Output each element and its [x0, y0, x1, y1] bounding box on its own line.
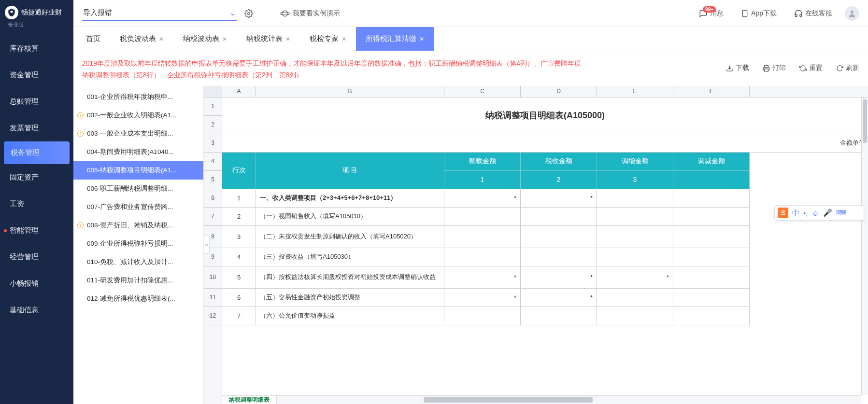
cell[interactable] — [521, 226, 597, 248]
sidebar-item-0[interactable]: 库存核算 — [0, 35, 73, 62]
col-header-A[interactable]: A — [222, 86, 256, 97]
chevron-down-icon[interactable]: ⌄ — [229, 8, 236, 17]
col-header-E[interactable]: E — [597, 86, 673, 97]
cell[interactable]: * — [444, 266, 521, 289]
form-item-7[interactable]: ?008-资产折旧、摊销及纳税... — [73, 216, 203, 235]
sidebar-item-1[interactable]: 资金管理 — [0, 62, 73, 88]
vertical-scrollbar[interactable] — [861, 98, 868, 395]
sidebar-item-8[interactable]: 经营管理 — [0, 244, 73, 270]
row-header-2[interactable]: 2 — [204, 116, 222, 134]
cell[interactable]: （六）公允价值变动净损益 — [256, 307, 444, 325]
app-download-button[interactable]: App下载 — [736, 9, 782, 18]
tab-3[interactable]: 纳税统计表✕ — [237, 27, 300, 51]
cell[interactable] — [597, 307, 673, 325]
sidebar-item-5[interactable]: 固定资产 — [0, 164, 73, 191]
row-header-5[interactable]: 5 — [204, 171, 222, 189]
cell[interactable] — [444, 307, 521, 325]
refresh-button[interactable]: 刷新 — [836, 64, 859, 72]
demo-link[interactable]: 我要看实例演示 — [280, 9, 340, 18]
form-item-10[interactable]: 011-研发费用加计扣除优惠... — [73, 271, 203, 290]
cell[interactable] — [444, 248, 521, 266]
form-item-9[interactable]: 010-免税、减计收入及加计... — [73, 253, 203, 271]
form-item-5[interactable]: 006-职工薪酬纳税调整明细... — [73, 180, 203, 198]
form-item-0[interactable]: 001-企业所得税年度纳税申... — [73, 88, 203, 106]
sheet-corner[interactable] — [204, 86, 222, 97]
form-item-8[interactable]: 009-企业所得税弥补亏损明... — [73, 235, 203, 253]
ime-mic-icon[interactable]: 🎤 — [823, 209, 832, 217]
cell[interactable]: 3 — [222, 226, 256, 248]
form-item-2[interactable]: ?003-一般企业成本支出明细... — [73, 125, 203, 143]
row-header-7[interactable]: 7 — [204, 208, 222, 226]
cell[interactable] — [673, 208, 750, 226]
cell[interactable] — [673, 266, 750, 289]
tab-2[interactable]: 纳税波动表✕ — [173, 27, 237, 51]
print-button[interactable]: 打印 — [763, 64, 786, 72]
row-header-4[interactable]: 4 — [204, 153, 222, 171]
cell[interactable]: 5 — [222, 266, 256, 289]
close-icon[interactable]: ✕ — [159, 36, 164, 42]
sheet-tab[interactable]: 纳税调整明细表 — [222, 396, 277, 404]
col-header-C[interactable]: C — [444, 86, 521, 97]
cell[interactable]: （一）视同销售收入（填写A105010） — [256, 208, 444, 226]
tab-0[interactable]: 首页 — [76, 27, 110, 51]
close-icon[interactable]: ✕ — [342, 36, 346, 42]
row-header-11[interactable]: 11 — [204, 289, 222, 307]
cell[interactable] — [521, 208, 597, 226]
col-header-B[interactable]: B — [256, 86, 444, 97]
col-header-F[interactable]: F — [673, 86, 750, 97]
tab-4[interactable]: 税检专家✕ — [300, 27, 356, 51]
cell[interactable]: （三）投资收益（填写A105030） — [256, 248, 444, 266]
form-item-11[interactable]: 012-减免所得税优惠明细表(... — [73, 290, 203, 308]
ime-punct-icon[interactable]: •, — [803, 209, 808, 217]
download-button[interactable]: 下载 — [726, 64, 749, 72]
cell[interactable] — [673, 307, 750, 325]
cell[interactable]: （五）交易性金融资产初始投资调整 — [256, 289, 444, 307]
cell[interactable] — [597, 289, 673, 307]
row-header-6[interactable]: 6 — [204, 189, 222, 208]
close-icon[interactable]: ✕ — [285, 36, 290, 42]
search-box[interactable]: 导入报错 ⌄ — [82, 5, 237, 21]
cell[interactable] — [597, 208, 673, 226]
sidebar-item-3[interactable]: 发票管理 — [0, 115, 73, 141]
cell[interactable] — [597, 248, 673, 266]
cell[interactable]: * — [444, 289, 521, 307]
tab-5[interactable]: 所得税汇算清缴✕ — [356, 27, 434, 51]
avatar[interactable] — [845, 6, 859, 21]
row-header-12[interactable]: 12 — [204, 307, 222, 325]
cell[interactable] — [444, 226, 521, 248]
col-header-D[interactable]: D — [521, 86, 597, 97]
form-item-6[interactable]: 007-广告费和业务宣传费跨... — [73, 198, 203, 216]
row-header-3[interactable]: 3 — [204, 134, 222, 153]
horizontal-scrollbar[interactable]: 纳税调整明细表 — [222, 395, 861, 404]
close-icon[interactable]: ✕ — [419, 36, 424, 42]
ime-emoji-icon[interactable]: ☺ — [811, 209, 819, 217]
cell[interactable]: 6 — [222, 289, 256, 307]
cell[interactable] — [521, 248, 597, 266]
cell[interactable]: 4 — [222, 248, 256, 266]
support-button[interactable]: 在线客服 — [789, 9, 837, 18]
row-header-10[interactable]: 10 — [204, 266, 222, 289]
ime-toolbar[interactable]: S 中 •, ☺ 🎤 ⌨ — [774, 205, 864, 221]
sidebar-item-2[interactable]: 总账管理 — [0, 88, 73, 115]
cell[interactable] — [597, 226, 673, 248]
row-header-1[interactable]: 1 — [204, 98, 222, 116]
cell[interactable]: （二）未按权责发生制原则确认的收入（填写A105020） — [256, 226, 444, 248]
cell[interactable]: 一、收入类调整项目（2+3+4+5+6+7+8+10+11） — [256, 189, 444, 208]
cell[interactable] — [597, 189, 673, 208]
close-icon[interactable]: ✕ — [222, 36, 227, 42]
cell[interactable] — [521, 307, 597, 325]
form-item-3[interactable]: 004-期间费用明细表(A1040... — [73, 143, 203, 161]
ime-lang[interactable]: 中 — [792, 209, 799, 218]
form-item-1[interactable]: ?002-一般企业收入明细表(A1... — [73, 106, 203, 125]
ime-keyboard-icon[interactable]: ⌨ — [836, 209, 847, 217]
cell[interactable]: 2 — [222, 208, 256, 226]
cell[interactable]: * — [521, 289, 597, 307]
messages-button[interactable]: 消息 99+ — [694, 9, 728, 18]
gear-icon[interactable] — [244, 9, 253, 18]
cell[interactable]: * — [521, 189, 597, 208]
cell[interactable] — [673, 248, 750, 266]
sidebar-item-9[interactable]: 小畅报销 — [0, 270, 73, 297]
reset-button[interactable]: 重置 — [799, 64, 823, 72]
cell[interactable]: * — [521, 266, 597, 289]
sidebar-item-7[interactable]: 智能管理 — [0, 217, 73, 244]
